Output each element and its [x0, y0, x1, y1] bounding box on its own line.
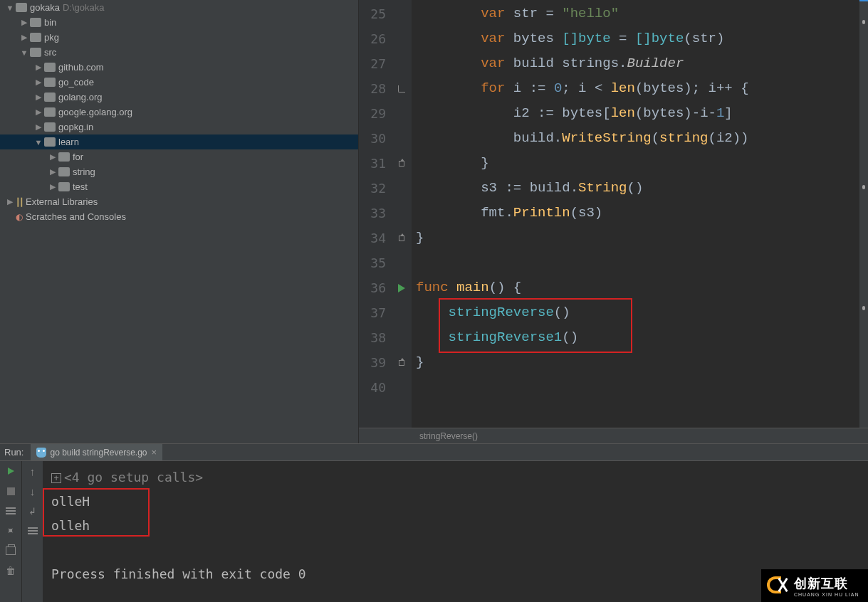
gutter-row [392, 1, 412, 26]
layout-button[interactable] [4, 504, 18, 518]
project-tree[interactable]: ▼gokaka D:\gokaka▶bin▶pkg▼src▶github.com… [0, 0, 359, 443]
pin-button[interactable]: ✦ [4, 524, 18, 538]
scroll-to-end-button[interactable] [26, 524, 40, 538]
code-line[interactable]: stringReverse1() [412, 325, 868, 350]
chevron-down-icon[interactable]: ▼ [19, 48, 30, 57]
tree-label: github.com [58, 62, 104, 73]
folder-icon [44, 107, 56, 117]
gutter-row [392, 101, 412, 126]
console-toolbar: ↑ ↓ ↲ [21, 461, 43, 602]
tree-item-gopkg-in[interactable]: ▶gopkg.in [0, 120, 358, 134]
code-line[interactable]: } [412, 226, 868, 250]
tree-item-gokaka[interactable]: ▼gokaka D:\gokaka [0, 0, 358, 15]
chevron-right-icon[interactable]: ▶ [33, 63, 44, 72]
chevron-right-icon[interactable]: ▶ [33, 107, 44, 117]
fold-up-icon[interactable] [399, 236, 404, 241]
breadcrumb-text: stringReverse() [419, 431, 478, 441]
fold-up-icon[interactable] [399, 161, 404, 167]
chevron-right-icon[interactable]: ▶ [47, 167, 58, 176]
code-line[interactable] [412, 250, 868, 275]
code-editor[interactable]: 25262728293031323334353637383940 var str… [359, 0, 868, 443]
console-line: +<4 go setup calls> [51, 465, 859, 490]
run-side-toolbar: ✦ 🗑 [0, 461, 21, 602]
code-area[interactable]: var str = "hello" var bytes []byte = []b… [412, 0, 868, 428]
watermark-logo: 创新互联 CHUANG XIN HU LIAN [761, 569, 868, 602]
arrow-down-icon: ↓ [30, 485, 36, 497]
expand-icon[interactable]: + [51, 473, 61, 483]
position-indicator [859, 0, 868, 1]
layout-icon [6, 507, 16, 514]
scroll-down-button[interactable]: ↓ [26, 484, 40, 498]
folder-icon [58, 167, 70, 176]
code-line[interactable]: var str = "hello" [412, 1, 868, 26]
chevron-right-icon[interactable]: ▶ [47, 152, 58, 162]
tree-item-learn[interactable]: ▼learn [0, 134, 358, 149]
tree-label: gopkg.in [58, 122, 93, 132]
breadcrumb-bar: stringReverse() [359, 428, 868, 443]
clear-button[interactable]: 🗑 [4, 564, 18, 578]
scratches-label: Scratches and Consoles [26, 211, 126, 222]
chevron-down-icon[interactable]: ▼ [4, 4, 16, 12]
tree-label: golang.org [58, 92, 102, 102]
tree-item-src[interactable]: ▼src [0, 45, 358, 60]
tree-item-string[interactable]: ▶string [0, 164, 358, 179]
chevron-down-icon[interactable]: ▼ [33, 138, 44, 147]
chevron-right-icon[interactable]: ▶ [33, 122, 44, 132]
run-tab[interactable]: go build stringReverse.go × [31, 444, 162, 460]
soft-wrap-button[interactable]: ↲ [26, 504, 40, 518]
code-line[interactable]: build.WriteString(string(i2)) [412, 126, 868, 151]
editor-scrollbar[interactable] [859, 0, 868, 428]
tree-label: gokaka [30, 2, 60, 13]
tree-item-go-code[interactable]: ▶go_code [0, 75, 358, 90]
chevron-right-icon[interactable]: ▶ [33, 93, 44, 102]
run-label: Run: [0, 447, 31, 458]
tree-label: go_code [58, 77, 94, 88]
chevron-right-icon[interactable]: ▶ [19, 18, 30, 27]
marker-yellow-2 [862, 185, 865, 189]
scratches-consoles[interactable]: ◐ Scratches and Consoles [0, 209, 358, 224]
line-number: 25 [359, 1, 386, 26]
code-line[interactable]: var bytes []byte = []byte(str) [412, 26, 868, 51]
print-button[interactable] [4, 544, 18, 558]
gopher-icon [36, 448, 46, 458]
code-line[interactable] [412, 375, 868, 400]
chevron-right-icon[interactable]: ▶ [33, 78, 44, 87]
rerun-button[interactable] [4, 464, 18, 478]
code-line[interactable]: } [412, 151, 868, 176]
tree-item-pkg[interactable]: ▶pkg [0, 30, 358, 45]
tree-item-golang-org[interactable]: ▶golang.org [0, 90, 358, 105]
line-number: 31 [359, 151, 386, 176]
code-line[interactable]: var build strings.Builder [412, 51, 868, 76]
close-icon[interactable]: × [152, 447, 157, 458]
external-libraries-label: External Libraries [26, 196, 98, 207]
run-gutter-icon[interactable] [398, 284, 405, 292]
scroll-up-button[interactable]: ↑ [26, 464, 40, 478]
fold-down-icon[interactable] [398, 85, 405, 93]
folder-icon [44, 122, 56, 132]
tree-item-github-com[interactable]: ▶github.com [0, 60, 358, 75]
code-line[interactable]: stringReverse() [412, 300, 868, 325]
code-line[interactable]: } [412, 350, 868, 375]
tree-item-for[interactable]: ▶for [0, 149, 358, 164]
code-line[interactable]: func main() { [412, 275, 868, 300]
console-output[interactable]: +<4 go setup calls>olleHolleh Process fi… [43, 461, 868, 602]
chevron-right-icon[interactable]: ▶ [19, 33, 30, 42]
stop-button[interactable] [4, 484, 18, 498]
gutter-row [392, 76, 412, 101]
tree-item-test[interactable]: ▶test [0, 179, 358, 194]
code-line[interactable]: for i := 0; i < len(bytes); i++ { [412, 76, 868, 101]
tree-item-bin[interactable]: ▶bin [0, 15, 358, 30]
run-tool-window: Run: go build stringReverse.go × ✦ 🗑 ↑ ↓… [0, 444, 868, 602]
trash-icon: 🗑 [6, 565, 16, 576]
fold-up-icon[interactable] [399, 360, 404, 366]
code-line[interactable]: fmt.Println(s3) [412, 201, 868, 226]
external-libraries[interactable]: ▶ External Libraries [0, 194, 358, 209]
code-line[interactable]: i2 := bytes[len(bytes)-i-1] [412, 101, 868, 126]
code-line[interactable]: s3 := build.String() [412, 176, 868, 201]
chevron-right-icon[interactable]: ▶ [47, 182, 58, 191]
scratch-icon: ◐ [16, 212, 23, 222]
line-number: 40 [359, 375, 386, 400]
folder-icon [44, 63, 56, 72]
tree-item-google-golang-org[interactable]: ▶google.golang.org [0, 105, 358, 120]
line-number: 32 [359, 176, 386, 201]
